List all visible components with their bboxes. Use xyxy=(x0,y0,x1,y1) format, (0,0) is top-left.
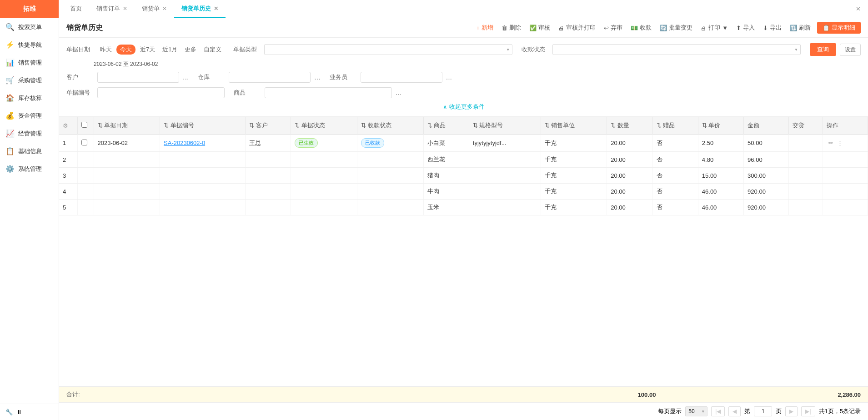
tab-sales-order[interactable]: 销售订单 ✕ xyxy=(89,0,135,18)
cell-pay-status xyxy=(357,152,424,168)
cell-pay-status xyxy=(357,200,424,215)
sidebar-item-search-menu[interactable]: 🔍 搜索菜单 xyxy=(0,18,59,36)
next-page-btn[interactable]: ▶ xyxy=(785,406,798,416)
cell-price: 2.50 xyxy=(698,135,743,152)
doc-no-link[interactable]: SA-20230602-0 xyxy=(164,140,205,146)
date-shortcut-custom[interactable]: 自定义 xyxy=(201,45,224,55)
more-action-btn[interactable]: ⋮ xyxy=(835,140,845,146)
date-filter-group: 单据日期 昨天 今天 近7天 近1月 更多 自定义 xyxy=(66,45,224,55)
tab-delivery-history[interactable]: 销货单历史 ✕ xyxy=(174,0,226,18)
table-gear-icon[interactable]: ⚙ xyxy=(63,122,68,129)
th-gear[interactable]: ⚙ xyxy=(59,117,77,135)
th-goods[interactable]: ⇅ 商品 xyxy=(423,117,469,135)
tab-delivery[interactable]: 销货单 ✕ xyxy=(135,0,174,18)
cell-customer xyxy=(246,200,291,215)
cell-spec xyxy=(469,200,541,215)
th-pay-status[interactable]: ⇅ 收款状态 xyxy=(357,117,424,135)
close-tab-delivery[interactable]: ✕ xyxy=(162,5,167,12)
per-page-wrapper: 50 100 xyxy=(685,406,707,416)
th-unit[interactable]: ⇅ 销售单位 xyxy=(541,117,607,135)
goods-input[interactable] xyxy=(265,87,392,98)
sidebar-item-sales-mgmt[interactable]: 📊 销售管理 xyxy=(0,54,59,71)
th-qty[interactable]: ⇅ 数量 xyxy=(607,117,652,135)
date-shortcut-7days[interactable]: 近7天 xyxy=(137,45,158,55)
print-icon: 🖨 xyxy=(701,25,707,31)
content-area: 销货单历史 + 新增 🗑 删除 ✅ 审核 🖨 审核并打印 xyxy=(59,18,868,420)
refresh-button[interactable]: 🔃 刷新 xyxy=(788,23,813,33)
cell-doc-no xyxy=(160,152,246,168)
last-page-btn[interactable]: ▶| xyxy=(801,406,815,416)
close-tab-delivery-history[interactable]: ✕ xyxy=(214,5,218,12)
cell-checkbox xyxy=(77,168,94,184)
th-doc-status[interactable]: ⇅ 单据状态 xyxy=(291,117,357,135)
delete-button[interactable]: 🗑 删除 xyxy=(500,23,523,33)
goods-dots-btn[interactable]: ... xyxy=(396,89,401,97)
th-price[interactable]: ⇅ 单价 xyxy=(698,117,743,135)
date-range-display: 2023-06-02 至 2023-06-02 xyxy=(94,60,861,68)
cell-unit: 千克 xyxy=(541,135,607,152)
print-button[interactable]: 🖨 打印 ▼ xyxy=(699,23,730,33)
date-shortcut-1month[interactable]: 近1月 xyxy=(160,45,180,55)
first-page-btn[interactable]: |◀ xyxy=(711,406,725,416)
cell-action: ✏⋮ xyxy=(823,135,868,152)
collapse-button[interactable]: ∧ 收起更多条件 xyxy=(443,103,485,111)
edit-action-btn[interactable]: ✏ xyxy=(827,140,835,146)
detail-icon: 📋 xyxy=(823,25,830,31)
close-tab-sales-order[interactable]: ✕ xyxy=(123,5,127,12)
th-spec[interactable]: ⇅ 规格型号 xyxy=(469,117,541,135)
sidebar-item-purchase-mgmt[interactable]: 🛒 采购管理 xyxy=(0,71,59,89)
select-all-checkbox[interactable] xyxy=(81,122,87,128)
show-detail-button[interactable]: 📋 显示明细 xyxy=(817,22,861,34)
export-button[interactable]: ⬇ 导出 xyxy=(761,23,783,33)
cell-unit: 千克 xyxy=(541,152,607,168)
pay-status-select[interactable] xyxy=(552,44,801,55)
date-shortcut-yesterday[interactable]: 昨天 xyxy=(97,45,115,55)
th-customer[interactable]: ⇅ 客户 xyxy=(246,117,291,135)
sidebar-item-basic-info[interactable]: 📋 基础信息 xyxy=(0,142,59,160)
date-shortcut-more[interactable]: 更多 xyxy=(182,45,199,55)
cell-checkbox xyxy=(77,152,94,168)
row-checkbox[interactable] xyxy=(81,140,87,145)
sidebar-item-sys-mgmt[interactable]: ⚙️ 系统管理 xyxy=(0,160,59,178)
th-doc-no[interactable]: ⇅ 单据编号 xyxy=(160,117,246,135)
salesman-input[interactable] xyxy=(361,72,442,83)
review-button[interactable]: ✅ 审核 xyxy=(527,23,552,33)
customer-input[interactable] xyxy=(97,72,179,83)
per-page-select[interactable]: 50 100 xyxy=(685,406,707,416)
date-shortcut-today[interactable]: 今天 xyxy=(116,45,135,55)
chart-icon: 📊 xyxy=(5,58,15,67)
sidebar-collapse[interactable]: 🔧 ⏸ xyxy=(0,404,59,420)
prev-page-btn[interactable]: ◀ xyxy=(728,406,741,416)
warehouse-input[interactable] xyxy=(229,72,311,83)
salesman-label: 业务员 xyxy=(330,73,357,81)
tab-home[interactable]: 首页 xyxy=(63,0,89,18)
cell-doc-date xyxy=(94,152,160,168)
close-all-tabs[interactable]: ✕ xyxy=(852,5,864,12)
new-button[interactable]: + 新增 xyxy=(475,23,496,33)
sidebar-item-fund-mgmt[interactable]: 💰 资金管理 xyxy=(0,107,59,125)
query-button[interactable]: 查询 xyxy=(810,43,836,56)
pay-status-badge: 已收款 xyxy=(361,138,384,148)
sidebar-item-ops-mgmt[interactable]: 📈 经营管理 xyxy=(0,125,59,142)
doc-type-select[interactable] xyxy=(264,44,512,55)
review-print-button[interactable]: 🖨 审核并打印 xyxy=(557,23,597,33)
batch-change-button[interactable]: 🔄 批量变更 xyxy=(658,23,694,33)
footer-total-qty: 100.00 xyxy=(638,391,656,398)
th-doc-date[interactable]: ⇅ 单据日期 xyxy=(94,117,160,135)
salesman-dots-btn[interactable]: ... xyxy=(446,73,452,81)
date-shortcuts: 昨天 今天 近7天 近1月 更多 自定义 xyxy=(97,45,224,55)
docno-input[interactable] xyxy=(97,87,225,98)
sidebar-item-quick-nav[interactable]: ⚡ 快捷导航 xyxy=(0,36,59,54)
th-gift[interactable]: ⇅ 赠品 xyxy=(652,117,698,135)
per-page-label: 每页显示 xyxy=(658,407,682,415)
cell-gift: 否 xyxy=(652,168,698,184)
page-input[interactable] xyxy=(754,406,772,416)
cell-doc-status xyxy=(291,200,357,215)
abandon-button[interactable]: ↩ 弃审 xyxy=(602,23,624,33)
settings-button[interactable]: 设置 xyxy=(840,44,861,56)
collect-button[interactable]: 💵 收款 xyxy=(629,23,653,33)
import-button[interactable]: ⬆ 导入 xyxy=(734,23,757,33)
sidebar-item-stock-calc[interactable]: 🏠 库存核算 xyxy=(0,89,59,107)
warehouse-dots-btn[interactable]: ... xyxy=(314,73,320,81)
customer-dots-btn[interactable]: ... xyxy=(183,73,189,81)
